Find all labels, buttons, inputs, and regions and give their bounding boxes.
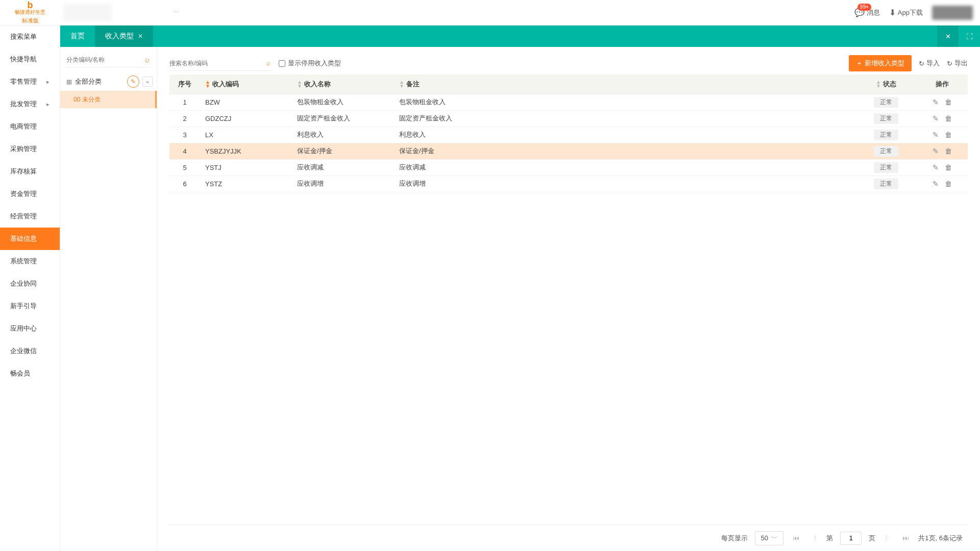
category-search-input[interactable] — [66, 52, 151, 67]
col-status[interactable]: ▲▼状态 — [855, 74, 917, 94]
pager-page-input[interactable] — [840, 532, 862, 545]
row-delete-button[interactable]: 🗑 — [945, 180, 952, 188]
fullscreen-button[interactable]: ⛶ — [959, 26, 980, 47]
sidebar-item[interactable]: 畅会员 — [0, 362, 60, 385]
chevron-down-icon[interactable]: ﹀ — [173, 8, 180, 17]
sidebar-item[interactable]: 快捷导航 — [0, 48, 60, 70]
cell-name: 利息收入 — [292, 127, 394, 143]
category-node-uncategorized[interactable]: 00 未分类 — [60, 91, 157, 108]
col-code[interactable]: ▲▼收入编码 — [200, 74, 292, 94]
category-panel: ⌕ ⊞ 全部分类 ✎ « 00 未分类 — [60, 47, 157, 551]
row-delete-button[interactable]: 🗑 — [945, 131, 952, 139]
sort-icon: ▲▼ — [876, 80, 881, 88]
caret-right-icon: ▸ — [46, 79, 50, 85]
chevron-down-icon: ﹀ — [771, 534, 778, 543]
sidebar-item[interactable]: 电商管理 — [0, 115, 60, 138]
grid-icon: ⊞ — [66, 78, 72, 86]
app-download-button[interactable]: ⬇ App下载 — [889, 8, 923, 17]
table-row[interactable]: 3LX利息收入利息收入正常✎🗑 — [169, 127, 968, 143]
tab-income-type[interactable]: 收入类型 ✕ — [95, 26, 153, 47]
sidebar-item[interactable]: 应用中心 — [0, 317, 60, 340]
app-download-label: App下载 — [898, 8, 923, 17]
cell-index: 2 — [169, 110, 200, 127]
table-row[interactable]: 5YSTJ应收调减应收调减正常✎🗑 — [169, 159, 968, 176]
export-icon: ↻ — [947, 60, 952, 67]
pager-last-button[interactable]: ⏭ — [900, 534, 911, 542]
sidebar-item[interactable]: 库存核算 — [0, 160, 60, 183]
row-edit-button[interactable]: ✎ — [933, 98, 939, 106]
export-button[interactable]: ↻ 导出 — [947, 59, 968, 68]
row-edit-button[interactable]: ✎ — [933, 147, 939, 155]
table-row[interactable]: 1BZW包装物租金收入包装物租金收入正常✎🗑 — [169, 94, 968, 110]
col-remark[interactable]: ▲▼备注 — [394, 74, 855, 94]
row-delete-button[interactable]: 🗑 — [945, 163, 952, 171]
category-all-label[interactable]: 全部分类 — [75, 77, 102, 86]
import-button[interactable]: ↻ 导入 — [919, 59, 940, 68]
cell-name: 固定资产租金收入 — [292, 110, 394, 127]
close-all-tabs-button[interactable]: ✕ — [937, 26, 959, 47]
cell-remark: 利息收入 — [394, 127, 855, 143]
sidebar-item[interactable]: 零售管理▸ — [0, 70, 60, 93]
col-op: 操作 — [917, 74, 968, 94]
new-income-type-button[interactable]: ＋ 新增收入类型 — [849, 55, 912, 71]
col-index[interactable]: 序号 — [169, 74, 200, 94]
pager-prev-button[interactable]: 〈 — [808, 534, 819, 543]
table-row[interactable]: 4YSBZJYJJK保证金/押金保证金/押金正常✎🗑 — [169, 143, 968, 159]
row-edit-button[interactable]: ✎ — [933, 163, 939, 171]
category-edit-button[interactable]: ✎ — [127, 76, 139, 88]
brand-logo: b 畅捷通好生意 标准版 — [0, 0, 60, 26]
sidebar-item[interactable]: 采购管理 — [0, 138, 60, 160]
sidebar-item[interactable]: 新手引导 — [0, 295, 60, 317]
col-name[interactable]: ▲▼收入名称 — [292, 74, 394, 94]
sidebar-item[interactable]: 搜索菜单 — [0, 26, 60, 48]
cell-status: 正常 — [855, 176, 917, 192]
pager-first-button[interactable]: ⏮ — [791, 534, 801, 542]
category-collapse-button[interactable]: « — [142, 77, 153, 87]
org-selector[interactable] — [63, 4, 112, 21]
per-page-label: 每页显示 — [721, 534, 748, 543]
download-icon: ⬇ — [889, 8, 896, 17]
row-edit-button[interactable]: ✎ — [933, 180, 939, 188]
cell-status: 正常 — [855, 110, 917, 127]
row-edit-button[interactable]: ✎ — [933, 131, 939, 139]
show-disabled-checkbox[interactable]: 显示停用收入类型 — [279, 59, 341, 68]
table-row[interactable]: 2GDZCZJ固定资产租金收入固定资产租金收入正常✎🗑 — [169, 110, 968, 127]
row-delete-button[interactable]: 🗑 — [945, 147, 952, 155]
cell-code: YSTJ — [200, 159, 292, 176]
cell-status: 正常 — [855, 159, 917, 176]
tab-home[interactable]: 首页 — [60, 26, 95, 47]
table-row[interactable]: 6YSTZ应收调增应收调增正常✎🗑 — [169, 176, 968, 192]
row-edit-button[interactable]: ✎ — [933, 114, 939, 122]
tab-bar: 首页 收入类型 ✕ ✕ ⛶ — [0, 26, 980, 47]
user-avatar[interactable] — [932, 6, 973, 20]
sidebar-item[interactable]: 经营管理 — [0, 205, 60, 228]
cell-index: 4 — [169, 143, 200, 159]
cell-code: YSTZ — [200, 176, 292, 192]
sidebar-item[interactable]: 资金管理 — [0, 183, 60, 205]
income-type-table: 序号 ▲▼收入编码 ▲▼收入名称 ▲▼备注 ▲▼状态 操作 1BZW包装物租金收… — [169, 74, 968, 192]
table-search-input[interactable] — [169, 56, 272, 71]
sidebar-item[interactable]: 系统管理 — [0, 250, 60, 272]
row-delete-button[interactable]: 🗑 — [945, 114, 952, 122]
sidebar-item[interactable]: 企业协同 — [0, 272, 60, 295]
cell-remark: 固定资产租金收入 — [394, 110, 855, 127]
tab-close-icon[interactable]: ✕ — [138, 33, 143, 40]
sidebar-item[interactable]: 批发管理▸ — [0, 93, 60, 115]
search-icon[interactable]: ⌕ — [266, 59, 271, 67]
show-disabled-input[interactable] — [279, 60, 285, 67]
cell-code: YSBZJYJJK — [200, 143, 292, 159]
per-page-select[interactable]: 50 ﹀ — [755, 531, 783, 545]
sidebar-item[interactable]: 基础信息 — [0, 228, 60, 250]
sidebar-item[interactable]: 企业微信 — [0, 340, 60, 362]
search-icon[interactable]: ⌕ — [145, 55, 150, 64]
cell-status: 正常 — [855, 143, 917, 159]
sort-icon: ▲▼ — [205, 80, 210, 88]
pager-next-button[interactable]: 〉 — [883, 534, 893, 543]
cell-op: ✎🗑 — [917, 127, 968, 143]
messages-button[interactable]: 💬 99+ 消息 — [854, 8, 880, 17]
row-delete-button[interactable]: 🗑 — [945, 98, 952, 106]
cell-op: ✎🗑 — [917, 143, 968, 159]
import-icon: ↻ — [919, 60, 924, 67]
cell-status: 正常 — [855, 94, 917, 110]
cell-name: 包装物租金收入 — [292, 94, 394, 110]
